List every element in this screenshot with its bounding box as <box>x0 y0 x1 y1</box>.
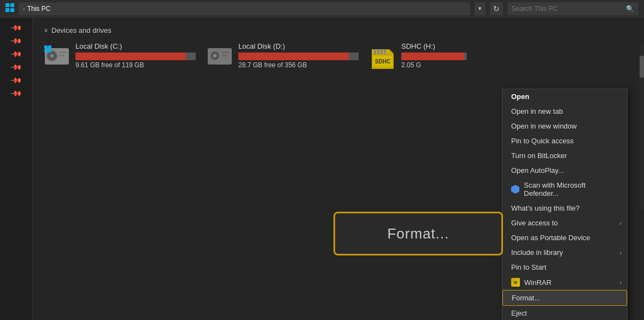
svg-point-16 <box>213 54 216 57</box>
ctx-open-label: Open <box>511 92 529 101</box>
drive-c-bar <box>75 53 196 60</box>
pin-icon-5[interactable]: 📌 <box>10 73 22 86</box>
ctx-open-new-window-label: Open in new window <box>511 122 577 130</box>
main-layout: 📌 📌 📌 📌 📌 📌 ∨ Devices and drives <box>0 18 644 320</box>
ctx-winrar-label: WinRAR <box>524 278 552 287</box>
drive-d-fill <box>238 53 349 60</box>
drive-c-free: 9.61 GB free of 119 GB <box>75 61 196 69</box>
drive-c-fill <box>75 53 186 60</box>
ctx-using-file[interactable]: What's using this file? <box>502 201 627 216</box>
svg-rect-0 <box>5 3 9 7</box>
scrollbar[interactable] <box>640 45 644 209</box>
section-title: Devices and drives <box>51 26 112 34</box>
svg-rect-18 <box>222 55 227 56</box>
ctx-open-new-tab[interactable]: Open in new tab <box>502 104 627 119</box>
ctx-portable-device[interactable]: Open as Portable Device <box>502 230 627 245</box>
sidebar: 📌 📌 📌 📌 📌 📌 <box>0 18 33 320</box>
ctx-give-access-arrow: › <box>619 220 622 226</box>
ctx-open-new-tab-label: Open in new tab <box>511 107 563 115</box>
drive-h-fill <box>401 53 464 60</box>
drive-d-bar <box>238 53 359 60</box>
ctx-autoplay[interactable]: Open AutoPlay... <box>502 163 627 178</box>
breadcrumb-label: This PC <box>27 5 51 13</box>
svg-rect-21 <box>377 49 379 55</box>
pin-icon-2[interactable]: 📌 <box>10 34 22 46</box>
ctx-open-new-window[interactable]: Open in new window <box>502 119 627 133</box>
ctx-bitlocker[interactable]: Turn on BitLocker <box>502 148 627 163</box>
drive-h-name: SDHC (H:) <box>401 42 467 50</box>
svg-text:SDHC: SDHC <box>375 59 390 65</box>
context-menu: Open Open in new tab Open in new window … <box>502 89 628 320</box>
dropdown-button[interactable]: ▾ <box>475 2 485 15</box>
search-bar[interactable]: 🔍 <box>507 2 639 15</box>
ctx-autoplay-label: Open AutoPlay... <box>511 166 564 174</box>
ctx-format-label: Format... <box>512 294 540 302</box>
search-icon: 🔍 <box>626 5 634 13</box>
pin-icon-1[interactable]: 📌 <box>10 21 22 33</box>
svg-rect-11 <box>48 45 51 49</box>
ctx-give-access-label: Give access to <box>511 219 558 227</box>
title-bar: › This PC ▾ ↻ 🔍 <box>0 0 644 18</box>
ctx-defender-label: Scan with Microsoft Defender... <box>524 181 618 197</box>
drive-d-info: Local Disk (D:) 28.7 GB free of 356 GB <box>238 42 359 69</box>
ctx-eject[interactable]: Eject <box>502 306 627 320</box>
drive-h-icon: SDHC <box>370 45 396 67</box>
svg-rect-22 <box>380 49 383 55</box>
drive-c-icon <box>44 45 70 67</box>
drive-c-info: Local Disk (C:) 9.61 GB free of 119 GB <box>75 42 196 69</box>
svg-rect-8 <box>59 51 67 53</box>
drive-h-free: 2.05 G <box>401 61 467 69</box>
ctx-give-access[interactable]: Give access to › <box>502 216 627 230</box>
svg-rect-1 <box>10 3 14 7</box>
drive-c-name: Local Disk (C:) <box>75 42 196 50</box>
search-input[interactable] <box>512 5 624 13</box>
ctx-library-label: Include in library <box>511 248 563 257</box>
ctx-winrar[interactable]: W WinRAR › <box>502 275 627 290</box>
ctx-pin-start-label: Pin to Start <box>511 263 546 271</box>
refresh-button[interactable]: ↻ <box>490 2 503 15</box>
breadcrumb-arrow: › <box>23 5 25 12</box>
drive-h-info: SDHC (H:) 2.05 G <box>401 42 467 69</box>
content-area: ∨ Devices and drives <box>33 18 644 320</box>
ctx-open[interactable]: Open <box>502 89 627 104</box>
scroll-thumb[interactable] <box>640 56 644 78</box>
ctx-include-library[interactable]: Include in library › <box>502 245 627 260</box>
section-chevron-icon: ∨ <box>44 27 48 34</box>
ctx-pin-quick-access[interactable]: Pin to Quick access <box>502 133 627 148</box>
drive-c[interactable]: Local Disk (C:) 9.61 GB free of 119 GB <box>44 42 196 69</box>
drive-d-icon <box>207 45 233 67</box>
defender-icon <box>511 185 519 194</box>
svg-rect-23 <box>384 49 386 55</box>
drive-d-name: Local Disk (D:) <box>238 42 359 50</box>
ctx-using-file-label: What's using this file? <box>511 204 579 212</box>
svg-point-7 <box>50 54 54 57</box>
pin-icon-4[interactable]: 📌 <box>10 60 22 73</box>
svg-rect-12 <box>44 49 48 53</box>
winrar-icon: W <box>511 278 520 287</box>
drive-d-free: 28.7 GB free of 356 GB <box>238 61 359 69</box>
breadcrumb[interactable]: › This PC <box>19 2 470 15</box>
ctx-eject-label: Eject <box>511 309 527 317</box>
drive-d[interactable]: Local Disk (D:) 28.7 GB free of 356 GB <box>207 42 359 69</box>
drive-h[interactable]: SDHC SDHC (H:) 2.05 G <box>370 42 467 69</box>
ctx-winrar-arrow: › <box>619 279 622 286</box>
ctx-pin-start[interactable]: Pin to Start <box>502 260 627 275</box>
pin-icon-6[interactable]: 📌 <box>10 86 22 99</box>
ctx-portable-label: Open as Portable Device <box>511 234 590 242</box>
section-header: ∨ Devices and drives <box>44 26 633 34</box>
drives-row: Local Disk (C:) 9.61 GB free of 119 GB <box>44 42 633 69</box>
dropdown-icon: ▾ <box>478 5 482 12</box>
ctx-defender[interactable]: Scan with Microsoft Defender... <box>502 178 627 201</box>
pin-icon-3[interactable]: 📌 <box>10 47 22 60</box>
svg-rect-2 <box>5 8 9 12</box>
ctx-bitlocker-label: Turn on BitLocker <box>511 152 567 160</box>
svg-rect-13 <box>48 49 51 53</box>
svg-rect-9 <box>59 55 65 56</box>
title-bar-icon <box>5 3 14 14</box>
ctx-library-arrow: › <box>619 249 622 256</box>
drive-h-top: SDHC SDHC (H:) 2.05 G <box>370 42 467 69</box>
svg-rect-17 <box>222 51 230 53</box>
format-callout-text: Format... <box>387 225 449 242</box>
drive-c-top: Local Disk (C:) 9.61 GB free of 119 GB <box>44 42 196 69</box>
ctx-format[interactable]: Format... <box>502 290 627 306</box>
